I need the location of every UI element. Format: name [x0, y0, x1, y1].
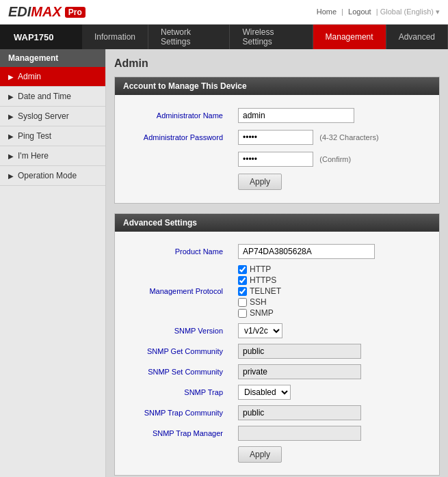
top-header: EDIMAX Pro Home | Logout | Global (Engli… [0, 0, 448, 25]
logo-edi: EDI [8, 4, 31, 19]
sidebar-item-syslog[interactable]: ▶ Syslog Server [0, 107, 105, 126]
content-area: Admin Account to Manage This Device Admi… [106, 49, 448, 477]
snmp-version-select[interactable]: v1/v2c v3 [238, 323, 282, 338]
snmp-version-row: SNMP Version v1/v2c v3 [123, 321, 431, 341]
confirm-hint: (Confirm) [319, 155, 351, 163]
snmp-trap-manager-row: SNMP Trap Manager [123, 423, 431, 444]
snmp-set-community-label: SNMP Set Community [123, 362, 233, 382]
apply-row-2: Apply [123, 444, 431, 465]
advanced-apply-button[interactable]: Apply [238, 446, 282, 463]
http-checkbox[interactable] [238, 265, 247, 274]
top-links: Home | Logout | Global (English) ▾ [314, 8, 440, 16]
sidebar-item-date-time[interactable]: ▶ Date and Time [0, 87, 105, 107]
logo-pro: Pro [65, 7, 85, 18]
account-card-header: Account to Manage This Device [115, 77, 439, 95]
device-name: WAP1750 [0, 25, 82, 49]
device-nav: WAP1750 Information Network Settings Wir… [0, 25, 448, 49]
admin-password-row: Administrator Password (4-32 Characters) [123, 126, 431, 148]
product-name-label: Product Name [123, 241, 233, 262]
product-name-input[interactable] [238, 244, 375, 259]
ssh-label: SSH [250, 297, 267, 307]
tab-wireless-settings[interactable]: Wireless Settings [230, 25, 313, 49]
advanced-card-header: Advanced Settings [115, 214, 439, 232]
logo: EDIMAX Pro [8, 4, 85, 20]
snmp-checkbox[interactable] [238, 309, 247, 318]
sidebar-item-admin[interactable]: ▶ Admin [0, 67, 105, 87]
arrow-icon: ▶ [8, 93, 14, 100]
advanced-card: Advanced Settings Product Name Managemen… [114, 213, 440, 476]
sidebar-title: Management [0, 49, 105, 67]
account-apply-button[interactable]: Apply [238, 174, 282, 190]
admin-name-row: Administrator Name [123, 105, 431, 126]
page-title: Admin [114, 57, 440, 70]
snmp-get-community-row: SNMP Get Community [123, 341, 431, 362]
password-hint: (4-32 Characters) [319, 133, 378, 141]
home-link[interactable]: Home [317, 8, 337, 16]
arrow-icon: ▶ [8, 172, 14, 180]
management-protocol-row: Management Protocol HTTP HTTPS [123, 262, 431, 321]
product-name-row: Product Name [123, 241, 431, 262]
tab-information[interactable]: Information [82, 25, 148, 49]
ssh-checkbox[interactable] [238, 298, 247, 307]
telnet-checkbox-row: TELNET [238, 286, 425, 296]
account-form-table: Administrator Name Administrator Passwor… [123, 105, 431, 193]
main-layout: Management ▶ Admin ▶ Date and Time ▶ Sys… [0, 49, 448, 477]
snmp-trap-select[interactable]: Disabled Enabled [238, 385, 291, 400]
telnet-checkbox[interactable] [238, 287, 247, 296]
snmp-trap-community-label: SNMP Trap Community [123, 403, 233, 423]
language-selector[interactable]: Global (English) ▾ [380, 8, 440, 16]
logo-max: MAX [31, 4, 61, 19]
advanced-form-table: Product Name Management Protocol HTTP [123, 241, 431, 465]
account-card: Account to Manage This Device Administra… [114, 77, 440, 204]
admin-confirm-row: (Confirm) [123, 148, 431, 170]
snmp-checkbox-row: SNMP [238, 308, 425, 318]
arrow-icon: ▶ [8, 133, 14, 140]
snmp-trap-community-row: SNMP Trap Community [123, 403, 431, 423]
advanced-card-body: Product Name Management Protocol HTTP [115, 232, 439, 475]
logo-text: EDIMAX [8, 4, 62, 20]
sidebar-item-operation-mode[interactable]: ▶ Operation Mode [0, 166, 105, 186]
admin-name-input[interactable] [238, 108, 354, 123]
nav-tabs: Information Network Settings Wireless Se… [82, 25, 448, 49]
snmp-trap-manager-label: SNMP Trap Manager [123, 423, 233, 444]
admin-password-input[interactable] [238, 130, 313, 145]
https-checkbox-row: HTTPS [238, 275, 425, 285]
tab-management[interactable]: Management [313, 25, 386, 49]
snmp-trap-row: SNMP Trap Disabled Enabled [123, 382, 431, 403]
ssh-checkbox-row: SSH [238, 297, 425, 307]
snmp-set-community-input[interactable] [238, 364, 361, 379]
snmp-trap-manager-input[interactable] [238, 426, 361, 441]
snmp-trap-label: SNMP Trap [123, 382, 233, 403]
protocol-checkbox-group: HTTP HTTPS TELNET [238, 264, 425, 318]
tab-network-settings[interactable]: Network Settings [148, 25, 230, 49]
management-protocol-label: Management Protocol [123, 262, 233, 321]
snmp-version-label: SNMP Version [123, 321, 233, 341]
http-label: HTTP [250, 264, 271, 274]
telnet-label: TELNET [250, 286, 281, 296]
sidebar-item-imhere[interactable]: ▶ I'm Here [0, 146, 105, 166]
arrow-icon: ▶ [8, 113, 14, 120]
https-label: HTTPS [250, 275, 276, 285]
apply-row-1: Apply [123, 170, 431, 193]
admin-password-label: Administrator Password [123, 126, 233, 148]
sidebar-item-ping[interactable]: ▶ Ping Test [0, 126, 105, 146]
snmp-get-community-input[interactable] [238, 344, 361, 359]
logout-link[interactable]: Logout [348, 8, 371, 16]
http-checkbox-row: HTTP [238, 264, 425, 274]
admin-name-label: Administrator Name [123, 105, 233, 126]
sidebar: Management ▶ Admin ▶ Date and Time ▶ Sys… [0, 49, 106, 477]
tab-advanced[interactable]: Advanced [386, 25, 448, 49]
arrow-icon: ▶ [8, 73, 14, 81]
snmp-trap-community-input[interactable] [238, 405, 361, 420]
arrow-icon: ▶ [8, 152, 14, 160]
snmp-set-community-row: SNMP Set Community [123, 362, 431, 382]
snmp-label: SNMP [250, 308, 274, 318]
https-checkbox[interactable] [238, 276, 247, 285]
snmp-get-community-label: SNMP Get Community [123, 341, 233, 362]
admin-confirm-input[interactable] [238, 152, 313, 167]
account-card-body: Administrator Name Administrator Passwor… [115, 95, 439, 203]
